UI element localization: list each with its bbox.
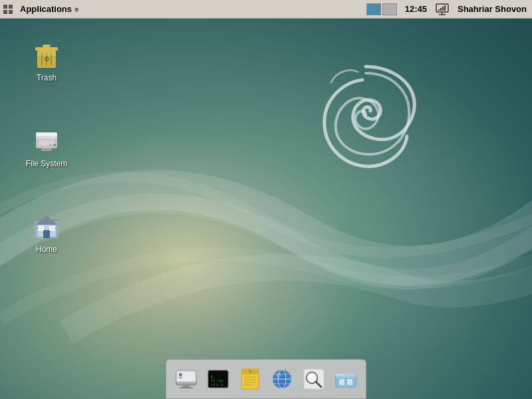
app-menu-icon: [3, 4, 13, 15]
desktop: Applications ≡ 12:45 S: [0, 0, 532, 399]
top-panel: Applications ≡ 12:45 S: [0, 0, 532, 19]
filesystem-svg: [32, 126, 61, 155]
user-name: Shahriar Shovon: [452, 4, 532, 14]
svg-rect-10: [444, 5, 446, 11]
svg-rect-41: [180, 387, 193, 388]
debian-logo: [299, 53, 432, 200]
applications-menu-button[interactable]: Applications ≡: [15, 0, 84, 18]
svg-rect-71: [347, 379, 352, 385]
svg-point-63: [276, 372, 281, 378]
svg-point-25: [53, 144, 56, 146]
clock: 12:45: [400, 4, 432, 14]
svg-rect-12: [35, 47, 58, 51]
workspace-switcher: [366, 3, 397, 15]
svg-text:♻: ♻: [44, 55, 50, 63]
network-svg: [435, 2, 450, 17]
filesystem-icon-item[interactable]: File System: [20, 122, 73, 171]
svg-rect-3: [9, 10, 13, 14]
browser-button[interactable]: [267, 364, 297, 394]
svg-point-68: [308, 374, 312, 378]
svg-rect-0: [3, 5, 7, 9]
svg-rect-22: [41, 148, 52, 151]
svg-text:✎: ✎: [249, 370, 252, 374]
home-label: Home: [36, 245, 57, 254]
svg-rect-40: [183, 385, 190, 387]
svg-rect-2: [3, 10, 7, 14]
svg-rect-18: [37, 51, 56, 56]
notes-button[interactable]: ✎: [235, 364, 265, 394]
svg-rect-9: [442, 7, 444, 11]
filemanager-button[interactable]: [331, 364, 360, 394]
svg-text:total 42: total 42: [211, 383, 224, 386]
workspace-2-button[interactable]: [382, 3, 397, 15]
svg-rect-72: [336, 374, 356, 376]
svg-rect-24: [37, 134, 56, 136]
trash-icon-image: ♻: [31, 39, 63, 70]
svg-text:ls -la: ls -la: [211, 378, 223, 382]
workspace-1-button[interactable]: [366, 3, 381, 15]
applications-label: Applications: [20, 4, 72, 14]
trash-label: Trash: [37, 73, 57, 82]
terminal-button[interactable]: $_ ls -la total 42: [203, 364, 233, 394]
svg-rect-7: [438, 9, 440, 11]
filesystem-icon-image: [31, 124, 63, 156]
home-icon-item[interactable]: Home: [20, 207, 73, 257]
taskbar: $_ ls -la total 42 ✎: [166, 359, 366, 399]
svg-point-26: [50, 144, 52, 146]
svg-rect-8: [440, 8, 442, 11]
svg-rect-23: [39, 140, 55, 146]
background-glow: [0, 0, 532, 399]
svg-rect-1: [9, 5, 13, 9]
wave-lines: [0, 0, 532, 399]
trash-icon-item[interactable]: ♻ Trash: [20, 36, 73, 85]
svg-rect-43: [179, 373, 182, 376]
search-button[interactable]: [299, 364, 329, 394]
svg-rect-70: [339, 379, 344, 385]
home-svg: [32, 211, 61, 241]
applications-menu-icon: ≡: [74, 5, 78, 13]
filesystem-label: File System: [26, 159, 68, 168]
network-icon[interactable]: [435, 2, 450, 17]
svg-rect-44: [179, 377, 182, 378]
svg-rect-31: [43, 230, 50, 238]
show-desktop-button[interactable]: [172, 364, 201, 394]
home-icon-image: [31, 210, 63, 242]
svg-rect-13: [43, 45, 51, 47]
trash-svg: ♻: [32, 40, 61, 69]
